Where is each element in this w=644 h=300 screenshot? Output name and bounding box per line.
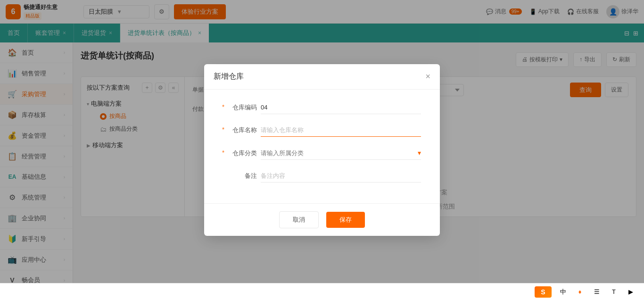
remark-input[interactable] [261, 169, 421, 183]
category-select-input[interactable] [261, 150, 418, 157]
category-label: 仓库分类 [223, 149, 261, 158]
warehouse-code-input[interactable] [261, 101, 421, 114]
name-label: 仓库名称 [223, 126, 261, 134]
text-icon[interactable]: T [608, 286, 619, 298]
bottom-bar: S 中 ♦ ☰ T ▶ [0, 283, 644, 300]
dialog-title: 新增仓库 [214, 72, 244, 82]
dialog-footer: 取消 保存 [204, 203, 440, 236]
form-row-name: 仓库名称 [223, 124, 421, 137]
code-label: 仓库编码 [223, 103, 261, 112]
cancel-button[interactable]: 取消 [279, 211, 319, 228]
save-button[interactable]: 保存 [326, 212, 365, 228]
chinese-input-icon[interactable]: 中 [557, 286, 569, 298]
dialog-header: 新增仓库 × [204, 64, 440, 90]
add-warehouse-dialog: 新增仓库 × 仓库编码 仓库名称 仓库分类 ▾ [204, 64, 440, 236]
dialog-close-button[interactable]: × [425, 72, 430, 82]
category-select-wrapper[interactable]: ▾ [261, 146, 421, 160]
category-select-arrow-icon: ▾ [418, 149, 421, 157]
dialog-body: 仓库编码 仓库名称 仓库分类 ▾ 备注 [204, 90, 440, 203]
play-icon[interactable]: ▶ [625, 286, 636, 298]
menu-icon[interactable]: ☰ [591, 286, 603, 298]
modal-overlay[interactable]: 新增仓库 × 仓库编码 仓库名称 仓库分类 ▾ [0, 0, 644, 300]
remark-label: 备注 [223, 172, 261, 180]
s-logo: S [535, 286, 552, 298]
form-row-code: 仓库编码 [223, 101, 421, 114]
form-row-category: 仓库分类 ▾ [223, 146, 421, 160]
form-row-remark: 备注 [223, 169, 421, 183]
warehouse-name-input[interactable] [261, 124, 421, 137]
dot-icon: ♦ [574, 286, 586, 298]
